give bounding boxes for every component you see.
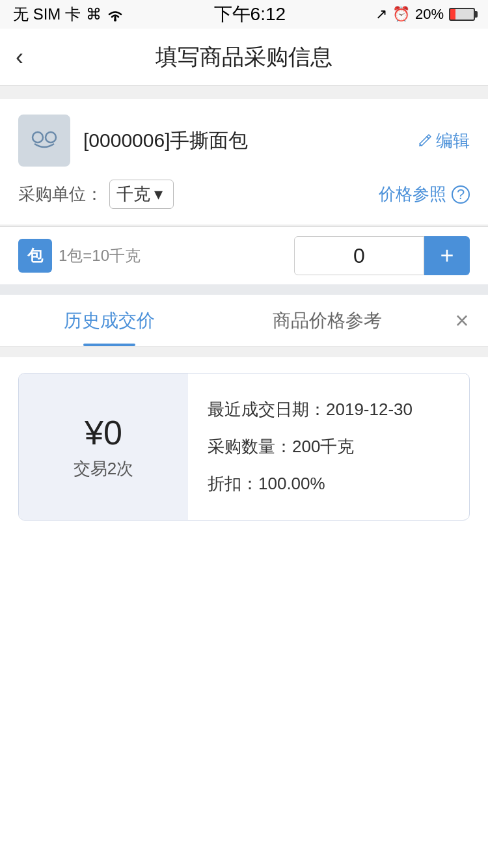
- product-bottom: 采购单位： 千克 ▾ 价格参照 ?: [18, 180, 470, 209]
- qty-unit-box: 包: [18, 239, 52, 273]
- history-count: 交易2次: [74, 457, 133, 480]
- history-right: 最近成交日期：2019-12-30 采购数量：200千克 折扣：100.00%: [188, 373, 469, 520]
- svg-point-2: [46, 132, 56, 142]
- history-discount-row: 折扣：100.00%: [208, 471, 450, 496]
- tab-close-button[interactable]: ×: [436, 295, 488, 347]
- quantity-row: 包 1包=10千克 +: [0, 226, 488, 284]
- help-icon: ?: [452, 185, 470, 204]
- product-top: [0000006]手撕面包 编辑: [18, 115, 470, 167]
- page-title: 填写商品采购信息: [156, 42, 332, 72]
- product-thumbnail: [18, 115, 70, 167]
- status-left: 无 SIM 卡 ⌘: [13, 4, 124, 25]
- history-qty-value: 200千克: [292, 437, 354, 456]
- history-discount-label: 折扣：: [208, 474, 258, 493]
- product-card: [0000006]手撕面包 编辑 采购单位： 千克 ▾ 价格参照 ?: [0, 99, 488, 224]
- price-ref-button[interactable]: 价格参照 ?: [379, 183, 470, 206]
- history-price: ¥0: [85, 413, 122, 452]
- history-qty-row: 采购数量：200千克: [208, 434, 450, 459]
- tab-bar: 历史成交价 商品价格参考 ×: [0, 295, 488, 347]
- product-name: [0000006]手撕面包: [83, 128, 248, 154]
- history-date-row: 最近成交日期：2019-12-30: [208, 397, 450, 422]
- history-card: ¥0 交易2次 最近成交日期：2019-12-30 采购数量：200千克 折扣：…: [18, 373, 470, 521]
- tab-history[interactable]: 历史成交价: [0, 295, 218, 346]
- unit-label: 采购单位：: [18, 183, 103, 206]
- product-left: [0000006]手撕面包: [18, 115, 248, 167]
- bottom-area: [0, 536, 488, 868]
- svg-point-0: [114, 19, 116, 21]
- qty-unit-hint: 1包=10千克: [59, 245, 141, 266]
- svg-point-1: [33, 132, 43, 142]
- back-button[interactable]: ‹: [16, 44, 23, 71]
- battery-pct: 20%: [415, 6, 444, 23]
- alarm-icon: ⏰: [392, 6, 410, 23]
- history-qty-label: 采购数量：: [208, 437, 292, 456]
- unit-select[interactable]: 千克 ▾: [109, 180, 174, 209]
- section-divider: [0, 284, 488, 295]
- history-date-value: 2019-12-30: [326, 400, 413, 419]
- location-icon: ↗: [375, 6, 387, 23]
- status-bar: 无 SIM 卡 ⌘ 下午6:12 ↗ ⏰ 20%: [0, 0, 488, 29]
- history-date-label: 最近成交日期：: [208, 400, 326, 419]
- wifi-icon: ⌘: [86, 5, 124, 23]
- tab-reference[interactable]: 商品价格参考: [218, 295, 436, 346]
- history-left: ¥0 交易2次: [19, 373, 188, 520]
- edit-label: 编辑: [436, 129, 470, 152]
- edit-button[interactable]: 编辑: [418, 129, 470, 152]
- history-discount-value: 100.00%: [258, 474, 325, 493]
- price-ref-label: 价格参照: [379, 183, 446, 206]
- battery-icon: [449, 8, 475, 21]
- carrier-text: 无 SIM 卡: [13, 4, 81, 25]
- status-right: ↗ ⏰ 20%: [375, 6, 475, 23]
- history-content: ¥0 交易2次 最近成交日期：2019-12-30 采购数量：200千克 折扣：…: [0, 357, 488, 536]
- dropdown-icon: ▾: [154, 184, 163, 204]
- status-time: 下午6:12: [214, 2, 286, 27]
- unit-row: 采购单位： 千克 ▾: [18, 180, 174, 209]
- qty-plus-button[interactable]: +: [424, 236, 470, 275]
- qty-input[interactable]: [294, 236, 424, 275]
- qty-label: 包 1包=10千克: [18, 239, 141, 273]
- unit-value: 千克: [116, 183, 150, 206]
- nav-header: ‹ 填写商品采购信息: [0, 29, 488, 86]
- qty-input-row: +: [294, 236, 470, 275]
